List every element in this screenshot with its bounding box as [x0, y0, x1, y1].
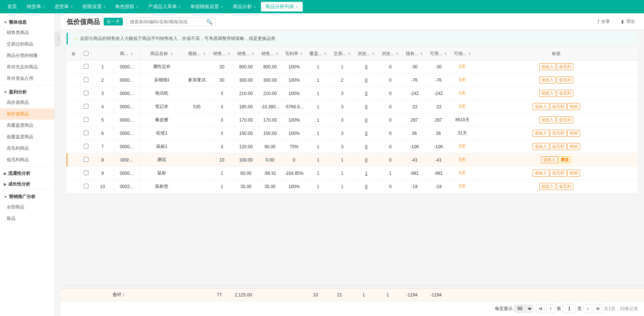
name-cell: 笔记本	[140, 100, 184, 113]
nav-product-storage[interactable]: 产成品入库单 ×	[144, 2, 185, 11]
table-row: 1 0000... 属性定价 20 800.00 800.00 100% 1 1…	[67, 60, 638, 74]
page-input[interactable]	[563, 304, 576, 313]
browse-link[interactable]: 0	[365, 104, 368, 109]
avail-col-header[interactable]: 可用... ⇅	[426, 48, 450, 60]
close-icon[interactable]: ×	[254, 4, 256, 9]
row-checkbox[interactable]	[84, 117, 88, 122]
sidebar-item-low-value[interactable]: 低价值商品	[0, 108, 54, 120]
sidebar-item-all-goods[interactable]: 全部商品	[0, 201, 54, 213]
browse-link[interactable]: 1	[365, 171, 368, 176]
stock-cell: -76	[402, 74, 426, 87]
browse-link[interactable]: 0	[365, 157, 368, 163]
tags-cell: 低收入低毛利热销	[474, 167, 638, 180]
content-header: 低价值商品 近一月 🔍 ⤴ 分享 ⬇ 导出	[61, 13, 644, 30]
select-all-checkbox[interactable]	[84, 51, 88, 56]
browse-uv-col-header[interactable]: 浏览... ⇅	[378, 48, 402, 60]
nav-goods-analysis-list[interactable]: 商品分析列表 ×	[261, 2, 302, 11]
sidebar-group-overall[interactable]: ▼ 整体信息	[0, 16, 54, 27]
close-icon[interactable]: ×	[136, 4, 138, 9]
sale-qty-col-header[interactable]: 销售... ⇅	[210, 48, 234, 60]
nav-home[interactable]: 首页	[3, 2, 21, 11]
row-checkbox[interactable]	[84, 170, 88, 175]
close-icon[interactable]: ×	[43, 4, 45, 9]
close-icon[interactable]: ×	[221, 4, 223, 9]
nav-role-auth[interactable]: 角色授权 ×	[111, 2, 142, 11]
browse-count-col-header[interactable]: 浏览... ⇅	[354, 48, 378, 60]
sidebar-group-flow[interactable]: ▶ 流通性分析	[0, 167, 54, 178]
name-col-header[interactable]: 商品名称 ⇅	[140, 48, 184, 60]
browse-link[interactable]: 0	[365, 118, 368, 123]
first-page-button[interactable]: ⊲	[536, 304, 545, 313]
sidebar-item-low-margin[interactable]: 低毛利商品	[0, 154, 54, 166]
sale-amount-cell: 150.00	[234, 127, 258, 140]
browse-link[interactable]: 0	[365, 184, 368, 189]
row-checkbox[interactable]	[84, 144, 88, 149]
tags-cell: 低收入低毛利热销	[474, 100, 638, 113]
browse-link[interactable]: 0	[365, 91, 368, 96]
close-icon[interactable]: ×	[178, 4, 181, 9]
sidebar-item-sufficient-stock[interactable]: 库存充足的商品	[0, 61, 54, 73]
trade-col-header[interactable]: 交易... ⇅	[330, 48, 354, 60]
nav-purchase-order[interactable]: 进货单 ×	[50, 2, 77, 11]
prev-page-button[interactable]: ‹	[546, 304, 555, 313]
sidebar-group-growth[interactable]: ▶ 成长性分析	[0, 178, 54, 189]
sale-net-col-header[interactable]: 销售... ⇅	[258, 48, 282, 60]
saleable-col-header[interactable]: 可销... ⇅	[450, 48, 474, 60]
nav-template-setting[interactable]: 单据模板设置 ×	[186, 2, 227, 11]
sidebar-item-traded-goods[interactable]: 交易过的商品	[0, 38, 54, 50]
close-icon[interactable]: ×	[70, 4, 73, 9]
sidebar-item-low-coverage[interactable]: 低覆盖度商品	[0, 131, 54, 143]
sidebar-item-stock-capital[interactable]: 库存资金占用	[0, 73, 54, 84]
sidebar-item-sale-goods[interactable]: 销售类商品	[0, 27, 54, 38]
sidebar-group-marketing[interactable]: ▼ 营销推广分析	[0, 191, 54, 201]
nav-permission[interactable]: 权限设置 ×	[78, 2, 110, 11]
row-checkbox[interactable]	[84, 157, 88, 162]
settings-col-header[interactable]: ⚙	[67, 48, 80, 60]
close-icon[interactable]: ×	[103, 4, 105, 9]
nav-sale-order[interactable]: 销货单 ×	[22, 2, 49, 11]
next-page-button[interactable]: ›	[583, 304, 592, 313]
checkbox-cell	[80, 127, 91, 140]
nav-goods-analysis[interactable]: 商品分析 ×	[228, 2, 260, 11]
sidebar-collapse-button[interactable]: 《	[55, 32, 61, 47]
checkbox-cell	[80, 180, 91, 193]
sale-net-cell: 210.00	[258, 87, 282, 100]
row-checkbox[interactable]	[84, 104, 88, 109]
row-checkbox[interactable]	[84, 130, 88, 135]
browse-link[interactable]: 0	[365, 144, 368, 149]
spec-col-header[interactable]: 规格... ⇅	[184, 48, 210, 60]
sidebar-item-high-value[interactable]: 高价值商品	[0, 97, 54, 108]
last-page-button[interactable]: ⊳	[594, 304, 603, 313]
browse-link[interactable]: 0	[365, 64, 368, 69]
export-button[interactable]: ⬇ 导出	[617, 17, 638, 26]
browse-link[interactable]: 0	[365, 78, 368, 83]
share-button[interactable]: ⤴ 分享	[594, 17, 613, 26]
sale-net-cell: 0.00	[258, 153, 282, 167]
code-col-header[interactable]: 商... ⇅	[114, 48, 140, 60]
sidebar-item-new-goods[interactable]: 新品	[0, 213, 54, 224]
gross-rate-col-header[interactable]: 毛利率 ⇅	[282, 48, 306, 60]
sidebar-item-category-sales[interactable]: 商品分类的销量	[0, 50, 54, 61]
checkbox-cell	[80, 100, 91, 113]
sale-amount-cell: 180.00	[234, 100, 258, 113]
page-size-dropdown[interactable]: 50 100 200	[514, 305, 533, 313]
row-checkbox[interactable]	[84, 91, 88, 95]
browse-link[interactable]: 0	[365, 131, 368, 136]
row-checkbox[interactable]	[84, 64, 88, 69]
row-checkbox[interactable]	[84, 184, 88, 188]
row-checkbox[interactable]	[84, 77, 88, 82]
sidebar-item-high-coverage[interactable]: 高覆盖度商品	[0, 120, 54, 131]
horizontal-scrollbar[interactable]	[61, 285, 644, 288]
period-badge[interactable]: 近一月	[104, 18, 123, 26]
browse-count-cell: 0	[354, 127, 378, 140]
search-icon[interactable]: 🔍	[206, 19, 212, 25]
settings-cell	[67, 180, 80, 193]
close-icon[interactable]: ×	[296, 4, 298, 9]
sidebar-group-profit[interactable]: ▼ 盈利分析	[0, 86, 54, 97]
search-input[interactable]	[130, 19, 204, 24]
stock-col-header[interactable]: 现有... ⇅	[402, 48, 426, 60]
coverage-col-header[interactable]: 覆盖... ⇅	[306, 48, 330, 60]
saleable-cell: 0天	[450, 87, 474, 100]
sale-amount-col-header[interactable]: 销售... ⇅	[234, 48, 258, 60]
sidebar-item-high-margin[interactable]: 高毛利商品	[0, 143, 54, 154]
